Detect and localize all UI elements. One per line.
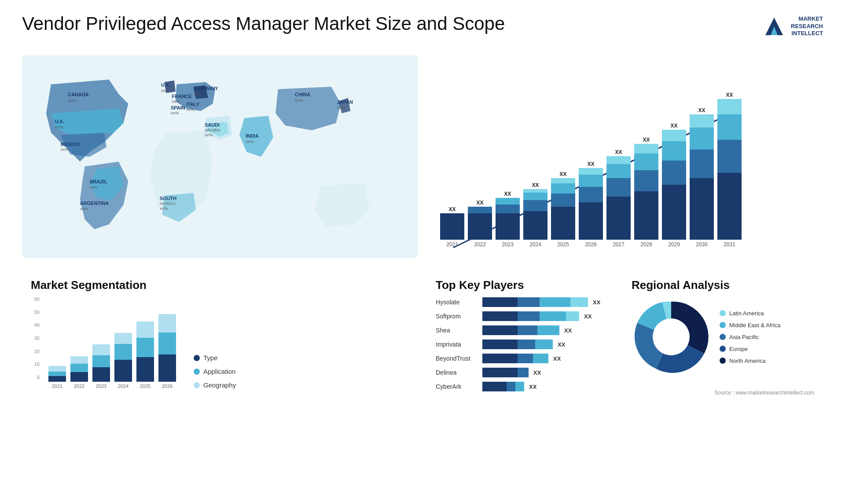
bar-label-2030: XX [698, 107, 705, 113]
regional-title: Regional Analysis [632, 278, 814, 292]
regional-chart-area: Latin America Middle East & Africa Asia … [632, 297, 814, 376]
svg-text:SOUTH: SOUTH [160, 196, 176, 201]
year-2028: 2028 [640, 241, 652, 248]
player-xx-delinea: XX [533, 369, 541, 376]
svg-text:xx%: xx% [186, 107, 195, 112]
reg-label-na: North America [729, 358, 765, 364]
reg-legend-europe: Europe [720, 346, 780, 352]
page-container: Vendor Privileged Access Manager Market … [0, 0, 845, 504]
bar-2026: XX 2026 [579, 161, 603, 248]
year-2026: 2026 [585, 241, 597, 248]
svg-text:FRANCE: FRANCE [172, 94, 192, 99]
svg-text:xx%: xx% [295, 98, 303, 102]
map-section: CANADA xx% U.S. xx% MEXICO xx% BRAZIL xx… [22, 48, 418, 265]
svg-text:MEXICO: MEXICO [61, 142, 80, 147]
logo-text: MARKET RESEARCH INTELLECT [791, 15, 823, 38]
bottom-left: Market Segmentation 60 50 40 30 20 10 0 [22, 274, 418, 491]
legend-type: Type [194, 354, 236, 362]
segmentation-title: Market Segmentation [31, 278, 409, 292]
seg-bar-2021: 2021 [48, 298, 66, 389]
reg-label-apac: Asia Pacific [729, 334, 759, 340]
player-bar-imprivata [482, 340, 553, 349]
regional-legend: Latin America Middle East & Africa Asia … [720, 310, 780, 364]
reg-dot-na [720, 358, 726, 364]
logo-icon [761, 13, 787, 40]
player-xx-beyondtrust: XX [553, 355, 561, 362]
bar-2024: XX 2024 [523, 182, 547, 248]
players-list: Hysolate XX Softprom [436, 297, 618, 391]
svg-text:xx%: xx% [161, 88, 169, 93]
bar-label-2026: XX [587, 161, 594, 167]
reg-label-mea: Middle East & Africa [729, 322, 780, 329]
reg-legend-latin: Latin America [720, 310, 780, 317]
year-2021: 2021 [446, 241, 458, 248]
player-beyondtrust: BeyondTrust XX [436, 354, 618, 363]
svg-text:xx%: xx% [61, 147, 69, 152]
svg-text:xx%: xx% [194, 91, 202, 96]
year-2023: 2023 [502, 241, 514, 248]
bar-label-2027: XX [615, 149, 622, 155]
legend-geography: Geography [194, 381, 236, 389]
bar-label-2029: XX [670, 123, 677, 129]
svg-text:xx%: xx% [171, 110, 179, 115]
svg-text:xx%: xx% [205, 132, 213, 137]
player-xx-cyberark: XX [529, 383, 536, 390]
legend-label-type: Type [203, 354, 218, 362]
reg-legend-mea: Middle East & Africa [720, 322, 780, 329]
growth-bars: XX 2021 XX 2022 [436, 98, 814, 248]
player-bar-hysolate [482, 297, 588, 307]
svg-text:CHINA: CHINA [295, 92, 310, 97]
year-2024: 2024 [529, 241, 541, 248]
regional-section: Regional Analysis [627, 278, 819, 486]
year-2025: 2025 [557, 241, 569, 248]
player-name-shea: Shea [436, 327, 480, 334]
header: Vendor Privileged Access Manager Market … [22, 13, 823, 40]
svg-text:xx%: xx% [90, 185, 98, 190]
svg-text:xx%: xx% [172, 99, 180, 104]
player-name-cyberark: CyberArk [436, 383, 480, 390]
svg-text:BRAZIL: BRAZIL [90, 179, 108, 184]
svg-text:AFRICA: AFRICA [160, 201, 176, 206]
reg-dot-europe [720, 346, 726, 352]
svg-text:xx%: xx% [160, 206, 168, 211]
player-xx-hysolate: XX [593, 299, 600, 306]
page-title: Vendor Privileged Access Manager Market … [22, 13, 505, 34]
bar-2021: XX 2021 [440, 206, 464, 248]
bar-2022: XX 2022 [468, 200, 492, 248]
segmentation-section: Market Segmentation 60 50 40 30 20 10 0 [22, 274, 418, 491]
seg-bar-2023: 2023 [92, 298, 110, 389]
player-bar-softprom [482, 311, 579, 321]
reg-legend-na: North America [720, 358, 780, 364]
player-bar-cyberark [482, 382, 524, 391]
player-hysolate: Hysolate XX [436, 297, 618, 307]
seg-bars: 2021 2022 [48, 296, 176, 389]
player-bar-beyondtrust [482, 354, 548, 363]
svg-point-37 [653, 318, 690, 355]
main-grid: CANADA xx% U.S. xx% MEXICO xx% BRAZIL xx… [22, 48, 823, 491]
bar-2030: XX 2030 [690, 107, 714, 248]
bar-2029: XX 2029 [662, 123, 686, 248]
svg-text:xx%: xx% [55, 124, 63, 129]
svg-text:U.S.: U.S. [55, 119, 64, 124]
logo-area: MARKET RESEARCH INTELLECT [761, 13, 823, 40]
seg-legend: Type Application Geography [194, 354, 236, 389]
bar-2023: XX 2023 [496, 191, 520, 248]
players-title: Top Key Players [436, 278, 618, 292]
svg-text:INDIA: INDIA [246, 133, 259, 139]
svg-text:SAUDI: SAUDI [205, 122, 220, 128]
reg-label-latin: Latin America [729, 310, 764, 317]
player-shea: Shea XX [436, 325, 618, 335]
svg-text:xx%: xx% [246, 139, 254, 144]
reg-dot-mea [720, 322, 726, 328]
year-2030: 2030 [696, 241, 708, 248]
year-2022: 2022 [474, 241, 486, 248]
bar-2025: XX 2025 [551, 171, 575, 248]
legend-label-geography: Geography [203, 381, 236, 389]
year-2031: 2031 [724, 241, 735, 248]
bar-label-2028: XX [643, 137, 650, 143]
reg-label-europe: Europe [729, 346, 748, 352]
bar-label-2022: XX [476, 200, 483, 206]
bottom-right: Top Key Players Hysolate XX [427, 274, 823, 491]
player-cyberark: CyberArk XX [436, 382, 618, 391]
bar-label-2031: XX [726, 92, 733, 98]
